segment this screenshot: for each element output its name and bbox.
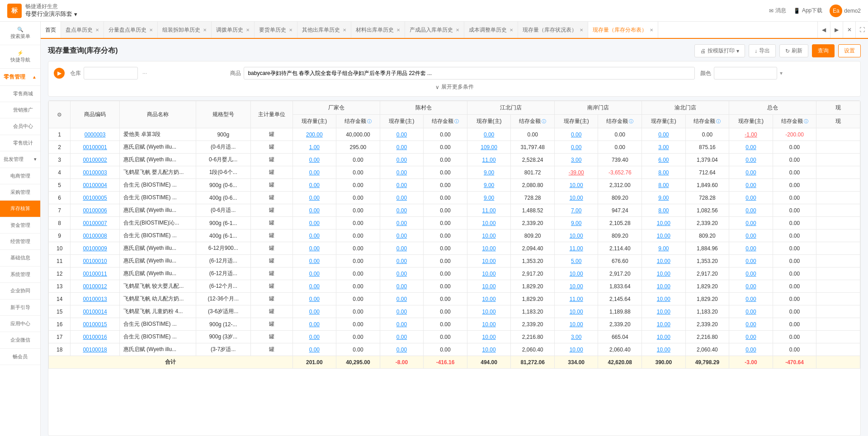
cell-jiangbei-stock[interactable]: 10.00 (467, 280, 511, 293)
cell-yubeif-stock[interactable]: 10.00 (642, 305, 686, 318)
cell-nangan-stock[interactable]: 0.00 (554, 141, 598, 154)
sidebar-item-retail-stats[interactable]: 零售统计 (0, 135, 40, 151)
tab-close-icon[interactable]: ✕ (509, 28, 513, 33)
cell-jiangbei-stock[interactable]: 10.00 (467, 331, 511, 343)
cell-store-stock[interactable]: 0.00 (380, 217, 424, 230)
cell-total-stock[interactable]: 0.00 (729, 204, 773, 217)
sidebar-item-guide[interactable]: 新手引导 (0, 300, 40, 316)
cell-total-stock[interactable]: 0.00 (729, 280, 773, 293)
cell-code[interactable]: 00100010 (71, 255, 120, 267)
cell-nangan-stock[interactable]: 10.00 (554, 305, 598, 318)
cell-total-stock[interactable]: -1.00 (729, 128, 773, 141)
cell-factory-stock[interactable]: 0.00 (292, 305, 336, 318)
query-btn[interactable]: 查询 (812, 44, 835, 57)
tab-inventory-check[interactable]: 盘点单历史 ✕ (61, 22, 104, 38)
cell-jiangbei-stock[interactable]: 9.00 (467, 179, 511, 192)
cell-store-stock[interactable]: 0.00 (380, 179, 424, 192)
cell-store-stock[interactable]: 0.00 (380, 128, 424, 141)
cell-store-stock[interactable]: 0.00 (380, 141, 424, 154)
cell-total-stock[interactable]: 0.00 (729, 166, 773, 179)
cell-nangan-stock[interactable]: -39.00 (554, 166, 598, 179)
cell-jiangbei-stock[interactable]: 10.00 (467, 267, 511, 280)
tab-nav-prev[interactable]: ◀ (817, 22, 830, 38)
cell-yubeif-stock[interactable]: 10.00 (642, 343, 686, 356)
cell-total-stock[interactable]: 0.00 (729, 230, 773, 242)
color-input[interactable] (714, 67, 777, 80)
tab-material-out[interactable]: 材料出库单历史 ✕ (351, 22, 405, 38)
tab-stock-status[interactable]: 现存量（库存状况表） ✕ (518, 22, 588, 38)
sidebar-item-finance[interactable]: 资金管理 (0, 217, 40, 234)
cell-nangan-stock[interactable]: 0.00 (554, 128, 598, 141)
tab-home[interactable]: 首页 (41, 22, 61, 38)
tab-product-in[interactable]: 产成品入库单历史 ✕ (405, 22, 464, 38)
cell-total-stock[interactable]: 0.00 (729, 154, 773, 166)
cell-jiangbei-stock[interactable]: 0.00 (467, 128, 511, 141)
cell-yubeif-stock[interactable]: 8.00 (642, 179, 686, 192)
tab-close-icon[interactable]: ✕ (396, 28, 400, 33)
cell-store-stock[interactable]: 0.00 (380, 192, 424, 204)
cell-store-stock[interactable]: 0.00 (380, 280, 424, 293)
info-icon[interactable]: ⓘ (367, 119, 372, 124)
cell-factory-stock[interactable]: 0.00 (292, 318, 336, 331)
cell-nangan-stock[interactable]: 7.00 (554, 204, 598, 217)
cell-jiangbei-stock[interactable]: 10.00 (467, 305, 511, 318)
cell-code[interactable]: 00100012 (71, 280, 120, 293)
cell-store-stock[interactable]: 0.00 (380, 343, 424, 356)
info-icon[interactable]: ⓘ (542, 119, 546, 124)
cell-jiangbei-stock[interactable]: 10.00 (467, 242, 511, 255)
cell-code[interactable]: 00100001 (71, 141, 120, 154)
cell-store-stock[interactable]: 0.00 (380, 331, 424, 343)
tab-transfer[interactable]: 调拨单历史 ✕ (212, 22, 255, 38)
cell-code[interactable]: 00100011 (71, 267, 120, 280)
export-btn[interactable]: ↓ 导出 (749, 44, 776, 57)
sidebar-item-retail[interactable]: 零售管理 ▲ (0, 69, 40, 86)
cell-total-stock[interactable]: 0.00 (729, 179, 773, 192)
cell-total-stock[interactable]: 0.00 (729, 192, 773, 204)
message-btn[interactable]: ✉ 消息 (769, 7, 786, 14)
info-icon[interactable]: ⓘ (716, 119, 721, 124)
cell-factory-stock[interactable]: 0.00 (292, 204, 336, 217)
expand-row[interactable]: ∨ 展开更多条件 (54, 80, 855, 91)
sidebar-item-nav[interactable]: ⚡ 快捷导航 (0, 45, 40, 69)
cell-jiangbei-stock[interactable]: 10.00 (467, 343, 511, 356)
cell-total-stock[interactable]: 0.00 (729, 217, 773, 230)
cell-yubeif-stock[interactable]: 3.00 (642, 141, 686, 154)
cell-nangan-stock[interactable]: 11.00 (554, 293, 598, 305)
cell-code[interactable]: 00100003 (71, 166, 120, 179)
cell-jiangbei-stock[interactable]: 11.00 (467, 154, 511, 166)
tab-assembly[interactable]: 组装拆卸单历史 ✕ (158, 22, 212, 38)
cell-code[interactable]: 00100013 (71, 293, 120, 305)
tab-close-icon[interactable]: ✕ (95, 28, 99, 33)
cell-factory-stock[interactable]: 0.00 (292, 217, 336, 230)
cell-factory-stock[interactable]: 1.00 (292, 141, 336, 154)
app-download-btn[interactable]: 📱 App下载 (793, 7, 822, 14)
cell-jiangbei-stock[interactable]: 10.00 (467, 230, 511, 242)
tab-close-icon[interactable]: ✕ (289, 28, 292, 33)
cell-yubeif-stock[interactable]: 0.00 (642, 128, 686, 141)
cell-yubeif-stock[interactable]: 10.00 (642, 318, 686, 331)
cell-jiangbei-stock[interactable]: 9.00 (467, 192, 511, 204)
th-gear[interactable]: ⚙ (49, 101, 71, 128)
cell-factory-stock[interactable]: 0.00 (292, 166, 336, 179)
refresh-btn[interactable]: ↻ 刷新 (779, 44, 808, 57)
cell-yubeif-stock[interactable]: 9.00 (642, 242, 686, 255)
sidebar-item-members[interactable]: 会员中心 (0, 118, 40, 135)
cell-store-stock[interactable]: 0.00 (380, 230, 424, 242)
cell-store-stock[interactable]: 0.00 (380, 204, 424, 217)
cell-code[interactable]: 00100014 (71, 305, 120, 318)
tab-order[interactable]: 要货单历史 ✕ (255, 22, 297, 38)
sidebar-item-member-plus[interactable]: 畅会员 (0, 349, 40, 365)
sidebar-item-inventory[interactable]: 库存核算 (0, 201, 40, 217)
cell-factory-stock[interactable]: 0.00 (292, 154, 336, 166)
table-wrapper[interactable]: ⚙ 商品编码 商品名称 规格型号 主计量单位 厂家仓 陈村仓 江北门店 南岸门店… (48, 100, 861, 436)
cell-total-stock[interactable]: 0.00 (729, 267, 773, 280)
product-input[interactable] (244, 67, 694, 80)
cell-code[interactable]: 0000003 (71, 128, 120, 141)
cell-yubeif-stock[interactable]: 8.00 (642, 166, 686, 179)
cell-factory-stock[interactable]: 0.00 (292, 242, 336, 255)
cell-total-stock[interactable]: 0.00 (729, 331, 773, 343)
cell-store-stock[interactable]: 0.00 (380, 154, 424, 166)
tab-stock-dist[interactable]: 现存量（库存分布表） ✕ (588, 22, 658, 39)
cell-code[interactable]: 00100018 (71, 343, 120, 356)
cell-total-stock[interactable]: 0.00 (729, 293, 773, 305)
